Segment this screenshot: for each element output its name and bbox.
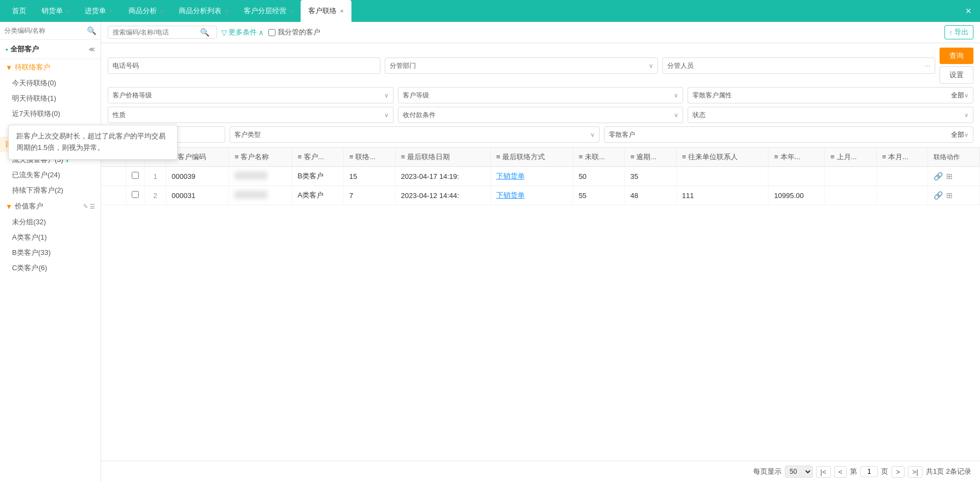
field-price-level[interactable]: 客户价格等级 ∨ <box>108 87 394 103</box>
filter-search-icon[interactable]: 🔍 <box>200 28 209 37</box>
tab-customer-contact[interactable]: 客户联络 × <box>301 0 351 22</box>
adv-filter-panel: 电话号码 分管部门 ∨ 分管人员 ··· 查询 设置 客户价格等级 <box>101 43 980 148</box>
field-customer-level[interactable]: 客户等级 ∨ <box>398 87 684 103</box>
row1-last-month <box>825 167 877 186</box>
pagination: 每页显示 10 20 50 100 |< < 第 页 > >| 共1页 2条记录 <box>101 461 980 482</box>
query-button[interactable]: 查询 <box>940 48 973 64</box>
dots-icon: ··· <box>925 62 930 69</box>
tab-customer-seg[interactable]: 客户分层经营 × <box>236 0 301 22</box>
next-page-btn[interactable]: > <box>891 466 905 478</box>
row2-more-icon[interactable]: ⊞ <box>946 191 953 200</box>
field-dept[interactable]: 分管部门 ∨ <box>385 57 658 74</box>
col-name[interactable]: ≡ 客户名称 <box>229 148 292 167</box>
sidebar-collapse-icon[interactable]: ≪ <box>89 46 95 53</box>
caret-icon-8: ∨ <box>590 131 595 138</box>
field-status[interactable]: 状态 ∨ <box>688 107 973 123</box>
caret-icon-2: ∨ <box>384 92 389 99</box>
sidebar-search-area: 🔍 <box>0 22 101 40</box>
col-last-month[interactable]: ≡ 上月... <box>825 148 877 167</box>
sidebar-item-a-class[interactable]: A类客户(1) <box>0 230 101 245</box>
sidebar-search-input[interactable] <box>4 27 87 34</box>
close-tab-customer-seg[interactable]: × <box>290 8 293 14</box>
prev-page-btn[interactable]: < <box>834 466 847 478</box>
col-last-date[interactable]: ≡ 最后联络日期 <box>395 148 490 167</box>
tab-analysis[interactable]: 商品分析 × <box>121 0 171 22</box>
sidebar-search-icon[interactable]: 🔍 <box>87 26 96 35</box>
sidebar-edit-icon[interactable]: ✎ ☰ <box>83 203 95 210</box>
field-retail-attr[interactable]: 零散客户属性 全部 ∨ <box>688 87 973 103</box>
col-this-year[interactable]: ≡ 本年... <box>768 148 825 167</box>
row1-checkbox[interactable] <box>126 167 145 186</box>
tab-analysis-list[interactable]: 商品分析列表 × <box>171 0 236 22</box>
row1-settings <box>101 167 126 186</box>
last-page-btn[interactable]: >| <box>908 466 923 478</box>
close-tab-analysis[interactable]: × <box>160 8 163 14</box>
export-icon: ↑ <box>949 28 953 37</box>
more-conditions-btn[interactable]: ▽ 更多条件 ∧ <box>221 27 264 37</box>
sidebar-item-lost[interactable]: 已流失客户(24) <box>0 167 101 183</box>
close-tab-purchase[interactable]: × <box>109 8 113 14</box>
sidebar-item-b-class[interactable]: B类客户(33) <box>0 245 101 260</box>
sidebar: 🔍 ▪ 全部客户 ≪ ▼ 待联络客户 今天待联络(0) 明天待联络(1) 近7天… <box>0 22 101 482</box>
table-area: ⚙ ≡ 客户编码 ≡ 客户名称 ≡ 客户... <box>101 148 980 461</box>
sidebar-all-customers[interactable]: ▪ 全部客户 ≪ <box>0 40 101 59</box>
row2-code: 000031 <box>166 186 229 205</box>
table-row: 1 000039 B类客户 15 2023-04-17 14:19: 下销货单 … <box>101 167 980 186</box>
row1-overdue: 35 <box>625 167 677 186</box>
filter-search-input[interactable] <box>113 28 200 36</box>
field-person[interactable]: 分管人员 ··· <box>662 57 935 74</box>
row1-contact: 15 <box>344 167 396 186</box>
field-customer-type[interactable]: 客户类型 ∨ <box>230 126 599 143</box>
col-overdue[interactable]: ≡ 逾期... <box>625 148 677 167</box>
top-nav: 首页 销货单 × 进货单 × 商品分析 × 商品分析列表 × 客户分层经营 × … <box>0 0 980 22</box>
per-page-select[interactable]: 10 20 50 100 <box>785 466 813 478</box>
col-type[interactable]: ≡ 客户... <box>292 148 344 167</box>
settings-button[interactable]: 设置 <box>940 66 973 84</box>
row2-contact-icon[interactable]: 🔗 <box>934 191 943 200</box>
sidebar-item-ungroup[interactable]: 未分组(32) <box>0 214 101 230</box>
sidebar-item-today[interactable]: 今天待联络(0) <box>0 76 101 91</box>
col-last-method[interactable]: ≡ 最后联络方式 <box>490 148 573 167</box>
row2-last-date: 2023-04-12 14:44: <box>395 186 490 205</box>
my-customer-checkbox[interactable]: 我分管的客户 <box>268 27 320 37</box>
row1-more-icon[interactable]: ⊞ <box>946 172 953 181</box>
sidebar-value-customer-group[interactable]: ▼ 价值客户 ✎ ☰ <box>0 198 101 214</box>
sidebar-item-7days[interactable]: 近7天待联络(0) <box>0 106 101 121</box>
close-tab-customer-contact[interactable]: × <box>340 8 343 14</box>
close-tab-analysis-list[interactable]: × <box>225 8 228 14</box>
sidebar-item-tomorrow[interactable]: 明天待联络(1) <box>0 91 101 106</box>
sidebar-item-declining[interactable]: 持续下滑客户(2) <box>0 183 101 198</box>
row2-checkbox[interactable] <box>126 186 145 205</box>
row2-name <box>229 186 292 205</box>
sidebar-item-c-class[interactable]: C类客户(6) <box>0 260 101 276</box>
tab-home[interactable]: 首页 <box>4 0 34 22</box>
row1-last-method[interactable]: 下销货单 <box>490 167 573 186</box>
row1-action: 🔗 ⊞ <box>928 167 980 186</box>
col-this-month[interactable]: ≡ 本月... <box>876 148 928 167</box>
col-related-person[interactable]: ≡ 往来单位联系人 <box>676 148 768 167</box>
tab-purchase[interactable]: 进货单 × <box>77 0 120 22</box>
field-nature[interactable]: 性质 ∨ <box>108 107 394 123</box>
export-button[interactable]: ↑ 导出 <box>944 25 974 39</box>
window-close-button[interactable]: × <box>961 5 976 17</box>
total-records: 共1页 2条记录 <box>926 467 971 477</box>
tab-sales[interactable]: 销货单 × <box>34 0 77 22</box>
row2-last-method[interactable]: 下销货单 <box>490 186 573 205</box>
sidebar-pending-group[interactable]: ▼ 待联络客户 <box>0 59 101 76</box>
data-table: ⚙ ≡ 客户编码 ≡ 客户名称 ≡ 客户... <box>101 148 980 205</box>
col-contact-count[interactable]: ≡ 联络... <box>344 148 396 167</box>
my-customer-check[interactable] <box>268 29 275 36</box>
field-retail-customer[interactable]: 零散客户 全部 ∨ <box>604 126 973 143</box>
col-uncontacted[interactable]: ≡ 未联... <box>573 148 625 167</box>
field-payment[interactable]: 收付款条件 ∨ <box>398 107 684 123</box>
caret-icon-3: ∨ <box>674 92 678 99</box>
field-phone[interactable]: 电话号码 <box>108 57 380 74</box>
first-page-btn[interactable]: |< <box>816 466 831 478</box>
adv-row-1: 电话号码 分管部门 ∨ 分管人员 ··· 查询 设置 <box>108 48 973 84</box>
row1-contact-icon[interactable]: 🔗 <box>934 172 943 181</box>
caret-icon-4: ∨ <box>964 92 969 99</box>
close-tab-sales[interactable]: × <box>66 8 69 14</box>
row1-last-date: 2023-04-17 14:19: <box>395 167 490 186</box>
row2-action: 🔗 ⊞ <box>928 186 980 205</box>
page-number-input[interactable] <box>860 466 878 477</box>
